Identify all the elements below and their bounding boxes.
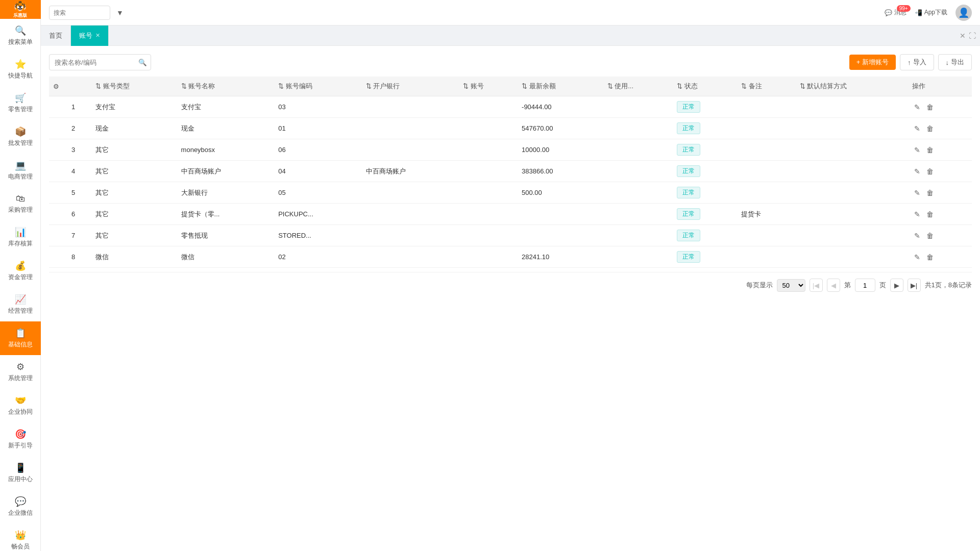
sidebar-item-ecommerce-mgmt[interactable]: 💻 电商管理 [0, 154, 41, 187]
app-download-button[interactable]: 📲 App下载 [915, 8, 947, 17]
row-gear [49, 139, 67, 161]
delete-button[interactable]: 🗑 [924, 166, 936, 177]
edit-button[interactable]: ✎ [912, 188, 922, 198]
table-col-bank[interactable]: ⇅ 开户银行 [362, 77, 459, 96]
sidebar-item-finance-mgmt[interactable]: 💰 资金管理 [0, 254, 41, 288]
sidebar-item-quick-nav[interactable]: ⭐ 快捷导航 [0, 53, 41, 86]
row-index: 4 [67, 161, 91, 182]
row-account-no [459, 182, 518, 204]
add-account-button[interactable]: + 新增账号 [849, 55, 896, 70]
row-gear [49, 246, 67, 268]
table-col-latest-balance[interactable]: ⇅ 最新余额 [518, 77, 603, 96]
sidebar-item-app-center[interactable]: 📱 应用中心 [0, 456, 41, 490]
row-account-type: 支付宝 [91, 96, 177, 118]
table-col-settings[interactable]: ⚙ [49, 77, 67, 96]
prev-page-button[interactable]: ◀ [827, 279, 840, 292]
row-latest-balance: -90444.00 [518, 96, 603, 118]
table-col-account-code[interactable]: ⇅ 账号编码 [274, 77, 362, 96]
sidebar-item-search-menu[interactable]: 🔍 搜索菜单 [0, 19, 41, 53]
row-latest-balance: 28241.10 [518, 246, 603, 268]
table-col-account-no[interactable]: ⇅ 账号 [459, 77, 518, 96]
row-account-no [459, 161, 518, 182]
delete-button[interactable]: 🗑 [924, 123, 936, 134]
row-status: 正常 [673, 246, 737, 268]
tab-account[interactable]: 账号 ✕ [71, 26, 109, 46]
row-remark [737, 225, 796, 246]
sidebar-item-retail-mgmt[interactable]: 🛒 零售管理 [0, 86, 41, 120]
table-col-default-settlement[interactable]: ⇅ 默认结算方式 [796, 77, 908, 96]
table-row: 5 其它 大新银行 05 500.00 正常 ✎ 🗑 [49, 182, 972, 204]
table-col-account-name[interactable]: ⇅ 账号名称 [177, 77, 275, 96]
sort-icon-status: ⇅ [677, 82, 682, 90]
delete-button[interactable]: 🗑 [924, 209, 936, 219]
edit-button[interactable]: ✎ [912, 145, 922, 155]
sidebar-item-wholesale-mgmt[interactable]: 📦 批发管理 [0, 120, 41, 154]
row-latest-balance [518, 225, 603, 246]
sidebar-item-inventory[interactable]: 📊 库存核算 [0, 220, 41, 254]
row-default-settlement [796, 139, 908, 161]
row-remark [737, 182, 796, 204]
finance-mgmt-icon: 💰 [15, 260, 26, 271]
table-row: 6 其它 提货卡（零... PICKUPC... 正常 提货卡 ✎ 🗑 [49, 204, 972, 225]
table-col-remark[interactable]: ⇅ 备注 [737, 77, 796, 96]
page-size-select[interactable]: 50 100 200 [777, 279, 805, 292]
close-window-button[interactable]: ✕ [960, 32, 966, 40]
export-button[interactable]: ↓ 导出 [938, 54, 972, 70]
sidebar-item-basic-info[interactable]: 📋 基础信息 [0, 321, 41, 355]
ecommerce-mgmt-icon: 💻 [15, 160, 26, 171]
tab-account-close[interactable]: ✕ [95, 32, 100, 39]
delete-button[interactable]: 🗑 [924, 102, 936, 112]
message-icon: 💬 [885, 9, 892, 16]
first-page-button[interactable]: |◀ [810, 279, 823, 292]
sort-icon-account-code: ⇅ [278, 82, 284, 90]
topbar-right: 💬 消息 99+ 📲 App下载 👤 [885, 5, 972, 21]
search-submit-button[interactable]: 🔍 [138, 59, 147, 66]
tab-maximize-controls: ✕ ⛶ [960, 32, 976, 40]
row-remark [737, 118, 796, 139]
message-button[interactable]: 💬 消息 99+ [885, 8, 906, 17]
sidebar-item-enterprise-wechat[interactable]: 💬 企业微信 [0, 490, 41, 523]
import-icon: ↑ [908, 59, 911, 66]
row-bank [362, 96, 459, 118]
edit-button[interactable]: ✎ [912, 166, 922, 177]
topbar-dropdown-icon[interactable]: ▼ [116, 9, 124, 17]
user-avatar[interactable]: 👤 [955, 5, 972, 21]
sidebar-item-enterprise-agreement[interactable]: 🤝 企业协同 [0, 389, 41, 422]
next-page-button[interactable]: ▶ [890, 279, 903, 292]
row-index: 1 [67, 96, 91, 118]
row-action: ✎ 🗑 [908, 204, 972, 225]
sidebar-item-purchase-mgmt[interactable]: 🛍 采购管理 [0, 187, 41, 220]
app-download-icon: 📲 [915, 9, 922, 16]
edit-button[interactable]: ✎ [912, 252, 922, 262]
sort-icon-account-name: ⇅ [181, 82, 187, 90]
edit-button[interactable]: ✎ [912, 102, 922, 112]
delete-button[interactable]: 🗑 [924, 252, 936, 262]
last-page-button[interactable]: ▶| [908, 279, 921, 292]
sidebar-item-member[interactable]: 👑 畅会员 [0, 523, 41, 551]
delete-button[interactable]: 🗑 [924, 145, 936, 155]
table-col-status[interactable]: ⇅ 状态 [673, 77, 737, 96]
page-suffix: 页 [879, 281, 886, 290]
edit-button[interactable]: ✎ [912, 209, 922, 219]
topbar-search-input[interactable] [49, 6, 110, 20]
row-account-no [459, 204, 518, 225]
search-menu-icon: 🔍 [15, 25, 26, 36]
maximize-window-button[interactable]: ⛶ [969, 32, 976, 40]
sidebar-item-operations-mgmt[interactable]: 📈 经营管理 [0, 288, 41, 321]
table-col-usage[interactable]: ⇅ 使用... [603, 77, 673, 96]
import-button[interactable]: ↑ 导入 [900, 54, 934, 70]
sidebar-item-new-guide[interactable]: 🎯 新手引导 [0, 422, 41, 456]
logo-text: 乐惠版 [13, 12, 27, 19]
table-col-account-type[interactable]: ⇅ 账号类型 [91, 77, 177, 96]
table-row: 1 支付宝 支付宝 03 -90444.00 正常 ✎ 🗑 [49, 96, 972, 118]
row-gear [49, 96, 67, 118]
delete-button[interactable]: 🗑 [924, 188, 936, 198]
page-input[interactable] [855, 279, 875, 292]
inventory-icon: 📊 [15, 227, 26, 238]
sidebar-item-system-mgmt[interactable]: ⚙ 系统管理 [0, 355, 41, 389]
tab-home[interactable]: 首页 [41, 26, 71, 46]
delete-button[interactable]: 🗑 [924, 231, 936, 241]
edit-button[interactable]: ✎ [912, 231, 922, 241]
search-input[interactable] [49, 54, 151, 70]
edit-button[interactable]: ✎ [912, 123, 922, 134]
